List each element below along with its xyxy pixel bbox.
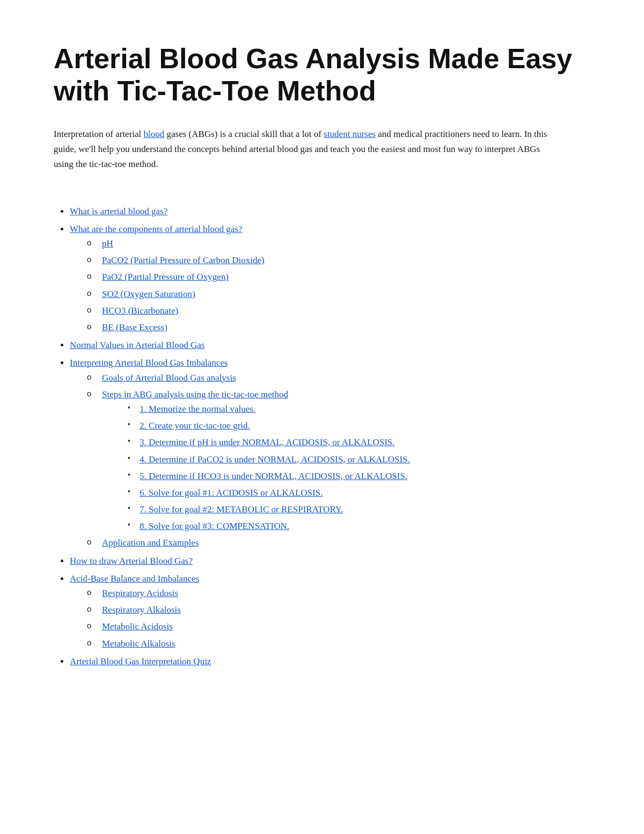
toc-item-quiz: Arterial Blood Gas Interpretation Quiz: [70, 654, 590, 669]
toc-link-pao2[interactable]: PaO2 (Partial Pressure of Oxygen): [102, 272, 229, 282]
toc-list-level1: What is arterial blood gas? What are the…: [54, 204, 590, 669]
toc-link-interpreting[interactable]: Interpreting Arterial Blood Gas Imbalanc…: [70, 358, 228, 368]
toc-item-step7: 7. Solve for goal #2: METABOLIC or RESPI…: [140, 502, 590, 517]
toc-link-ph[interactable]: pH: [102, 238, 113, 249]
toc-item-how-to-draw: How to draw Arterial Blood Gas?: [70, 554, 590, 568]
toc-item-be: BE (Base Excess): [102, 320, 590, 335]
toc-link-normal-values[interactable]: Normal Values in Arterial Blood Gas: [70, 340, 204, 350]
toc-item-paco2: PaCO2 (Partial Pressure of Carbon Dioxid…: [102, 253, 590, 267]
toc-link-step4[interactable]: 4. Determine if PaCO2 is under NORMAL, A…: [140, 454, 410, 465]
toc-item-step5: 5. Determine if HCO3 is under NORMAL, AC…: [140, 469, 590, 483]
toc-link-paco2[interactable]: PaCO2 (Partial Pressure of Carbon Dioxid…: [102, 255, 265, 265]
toc-link-steps[interactable]: Steps in ABG analysis using the tic-tac-…: [102, 389, 288, 400]
toc-item-step8: 8. Solve for goal #3: COMPENSATION.: [140, 519, 590, 533]
toc-item-met-alkalosis: Metabolic Alkalosis: [102, 636, 590, 651]
toc-link-met-acidosis[interactable]: Metabolic Acidosis: [102, 621, 173, 632]
toc-link-resp-alkalosis[interactable]: Respiratory Alkalosis: [102, 605, 181, 615]
toc-link-hco3[interactable]: HCO3 (Bicarbonate): [102, 306, 178, 316]
toc-link-step1[interactable]: 1. Memorize the normal values.: [140, 404, 255, 414]
blood-link[interactable]: blood: [144, 129, 165, 139]
toc-item-met-acidosis: Metabolic Acidosis: [102, 619, 590, 634]
toc-link-step2[interactable]: 2. Create your tic-tac-toe grid.: [140, 420, 250, 431]
toc-link-step3[interactable]: 3. Determine if pH is under NORMAL, ACID…: [140, 437, 395, 447]
toc-item-step3: 3. Determine if pH is under NORMAL, ACID…: [140, 435, 590, 449]
toc-link-so2[interactable]: SO2 (Oxygen Saturation): [102, 289, 195, 299]
student-nurses-link-text: student nurses: [324, 129, 376, 139]
toc-item-steps: Steps in ABG analysis using the tic-tac-…: [102, 387, 590, 534]
toc-item-pao2: PaO2 (Partial Pressure of Oxygen): [102, 270, 590, 284]
toc-link-application[interactable]: Application and Examples: [102, 538, 199, 548]
toc-item-step6: 6. Solve for goal #1: ACIDOSIS or ALKALO…: [140, 485, 590, 500]
toc-link-met-alkalosis[interactable]: Metabolic Alkalosis: [102, 639, 175, 649]
toc-item-what-is: What is arterial blood gas?: [70, 204, 590, 219]
toc-item-resp-alkalosis: Respiratory Alkalosis: [102, 603, 590, 617]
toc-item-goals: Goals of Arterial Blood Gas analysis: [102, 371, 590, 385]
toc-list-interpreting-children: Goals of Arterial Blood Gas analysis Ste…: [70, 371, 590, 550]
toc-link-resp-acidosis[interactable]: Respiratory Acidosis: [102, 588, 178, 598]
toc-item-step4: 4. Determine if PaCO2 is under NORMAL, A…: [140, 452, 590, 467]
toc-link-what-is[interactable]: What is arterial blood gas?: [70, 206, 167, 216]
toc-item-normal-values: Normal Values in Arterial Blood Gas: [70, 338, 590, 352]
toc-item-step1: 1. Memorize the normal values.: [140, 402, 590, 416]
toc-item-so2: SO2 (Oxygen Saturation): [102, 287, 590, 301]
intro-paragraph: Interpretation of arterial blood gases (…: [54, 127, 547, 172]
toc-link-step7[interactable]: 7. Solve for goal #2: METABOLIC or RESPI…: [140, 504, 343, 514]
student-nurses-link[interactable]: student nurses: [324, 129, 376, 139]
intro-text-before-blood: Interpretation of arterial: [54, 129, 144, 139]
toc-list-acid-base-children: Respiratory Acidosis Respiratory Alkalos…: [70, 586, 590, 651]
toc-item-hco3: HCO3 (Bicarbonate): [102, 303, 590, 318]
toc-link-goals[interactable]: Goals of Arterial Blood Gas analysis: [102, 373, 236, 383]
toc-item-interpreting: Interpreting Arterial Blood Gas Imbalanc…: [70, 356, 590, 550]
toc-link-be[interactable]: BE (Base Excess): [102, 322, 167, 332]
toc-item-step2: 2. Create your tic-tac-toe grid.: [140, 418, 590, 433]
toc-link-quiz[interactable]: Arterial Blood Gas Interpretation Quiz: [70, 656, 211, 666]
toc-list-steps-children: 1. Memorize the normal values. 2. Create…: [102, 402, 590, 534]
toc-link-acid-base[interactable]: Acid-Base Balance and Imbalances: [70, 574, 199, 584]
toc-item-application: Application and Examples: [102, 535, 590, 550]
toc-link-how-to-draw[interactable]: How to draw Arterial Blood Gas?: [70, 556, 193, 566]
toc-link-step6[interactable]: 6. Solve for goal #1: ACIDOSIS or ALKALO…: [140, 488, 323, 498]
toc-item-resp-acidosis: Respiratory Acidosis: [102, 586, 590, 600]
toc-link-components[interactable]: What are the components of arterial bloo…: [70, 224, 242, 234]
toc-link-step5[interactable]: 5. Determine if HCO3 is under NORMAL, AC…: [140, 471, 407, 481]
table-of-contents: What is arterial blood gas? What are the…: [54, 204, 590, 669]
toc-item-components: What are the components of arterial bloo…: [70, 222, 590, 335]
toc-item-acid-base: Acid-Base Balance and Imbalances Respira…: [70, 571, 590, 651]
toc-list-components-children: pH PaCO2 (Partial Pressure of Carbon Dio…: [70, 236, 590, 335]
toc-link-step8[interactable]: 8. Solve for goal #3: COMPENSATION.: [140, 521, 289, 531]
toc-item-ph: pH: [102, 236, 590, 251]
intro-text-middle: gases (ABGs) is a crucial skill that a l…: [164, 129, 324, 139]
page-title: Arterial Blood Gas Analysis Made Easy wi…: [54, 43, 590, 107]
